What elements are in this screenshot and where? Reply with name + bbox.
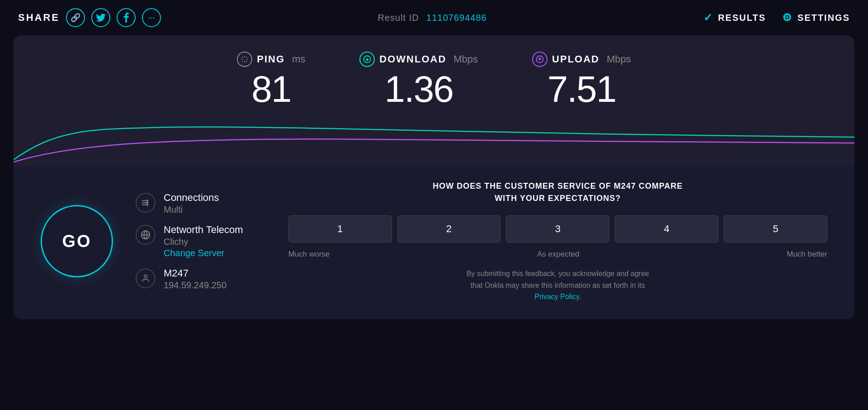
more-share-button[interactable]: ···: [142, 8, 161, 27]
facebook-share-button[interactable]: [117, 8, 136, 27]
change-server-link[interactable]: Change Server: [164, 248, 243, 258]
rating-label-right: Much better: [787, 250, 827, 259]
twitter-share-button[interactable]: [91, 8, 110, 27]
settings-gear-icon: ⚙: [782, 11, 793, 24]
speed-chart: [14, 117, 854, 167]
download-icon: [359, 52, 375, 67]
download-value: 1.36: [384, 71, 453, 108]
results-nav-button[interactable]: ✓ RESULTS: [703, 11, 766, 24]
upload-header: UPLOAD Mbps: [532, 52, 631, 67]
host-name: M247: [164, 267, 226, 279]
rating-label-middle: As expected: [537, 250, 580, 259]
rating-1-button[interactable]: 1: [288, 215, 392, 243]
server-row: Networth Telecom Clichy Change Server: [136, 224, 243, 258]
host-row: M247 194.59.249.250: [136, 267, 243, 291]
stats-row: PING ms 81 DOWNLOAD Mbps 1.36: [14, 35, 854, 117]
left-info: GO Connection: [41, 180, 243, 303]
feedback-question: HOW DOES THE CUSTOMER SERVICE OF M247 CO…: [288, 180, 827, 205]
server-name: Networth Telecom: [164, 224, 243, 236]
host-ip: 194.59.249.250: [164, 280, 226, 291]
results-check-icon: ✓: [703, 11, 713, 24]
feedback-section: HOW DOES THE CUSTOMER SERVICE OF M247 CO…: [270, 180, 827, 303]
share-section: SHARE 🔗 ···: [18, 8, 161, 27]
feedback-disclaimer: By submitting this feedback, you acknowl…: [288, 268, 827, 303]
ping-stat: PING ms 81: [237, 52, 305, 108]
svg-point-9: [144, 275, 147, 278]
rating-5-button[interactable]: 5: [724, 215, 827, 243]
rating-labels: Much worse As expected Much better: [288, 250, 827, 259]
download-label: DOWNLOAD: [379, 53, 446, 65]
upload-value: 7.51: [547, 71, 616, 108]
connections-row: Connections Multi: [136, 192, 243, 215]
upload-unit: Mbps: [607, 53, 631, 65]
privacy-policy-link[interactable]: Privacy Policy.: [534, 293, 581, 300]
rating-label-left: Much worse: [288, 250, 330, 259]
server-text: Networth Telecom Clichy Change Server: [164, 224, 243, 258]
server-location: Clichy: [164, 237, 243, 247]
disclaimer-text: By submitting this feedback, you acknowl…: [467, 270, 649, 289]
connections-text: Connections Multi: [164, 192, 219, 215]
upload-label: UPLOAD: [552, 53, 599, 65]
top-bar: SHARE 🔗 ··· Result ID 11107694486 ✓ RESU…: [0, 0, 868, 35]
download-header: DOWNLOAD Mbps: [359, 52, 478, 67]
ping-header: PING ms: [237, 52, 305, 67]
bottom-section: GO Connection: [14, 167, 854, 319]
main-card: PING ms 81 DOWNLOAD Mbps 1.36: [14, 35, 854, 319]
result-id-label: Result ID: [377, 13, 419, 23]
upload-icon: [532, 52, 547, 67]
download-stat: DOWNLOAD Mbps 1.36: [359, 52, 478, 108]
ping-unit: ms: [292, 53, 305, 65]
result-id-section: Result ID 11107694486: [377, 13, 486, 23]
connections-icon: [136, 193, 156, 213]
rating-3-button[interactable]: 3: [506, 215, 609, 243]
results-label: RESULTS: [718, 13, 766, 23]
link-share-button[interactable]: 🔗: [66, 8, 85, 27]
result-id-value: 11107694486: [426, 13, 486, 23]
connections-value: Multi: [164, 205, 219, 215]
connections-title: Connections: [164, 192, 219, 204]
go-button[interactable]: GO: [41, 205, 113, 277]
host-person-icon: [136, 268, 156, 288]
rating-4-button[interactable]: 4: [615, 215, 718, 243]
ping-value: 81: [251, 71, 291, 108]
settings-label: SETTINGS: [797, 13, 850, 23]
server-globe-icon: [136, 225, 156, 245]
share-label: SHARE: [18, 12, 60, 24]
rating-row: 1 2 3 4 5: [288, 215, 827, 243]
rating-2-button[interactable]: 2: [397, 215, 501, 243]
ping-icon: [237, 52, 252, 67]
upload-stat: UPLOAD Mbps 7.51: [532, 52, 631, 108]
settings-nav-button[interactable]: ⚙ SETTINGS: [782, 11, 850, 24]
info-rows: Connections Multi Networth Teleco: [136, 192, 243, 291]
host-text: M247 194.59.249.250: [164, 267, 226, 291]
download-unit: Mbps: [453, 53, 478, 65]
ping-label: PING: [257, 53, 285, 65]
top-right-nav: ✓ RESULTS ⚙ SETTINGS: [703, 11, 850, 24]
